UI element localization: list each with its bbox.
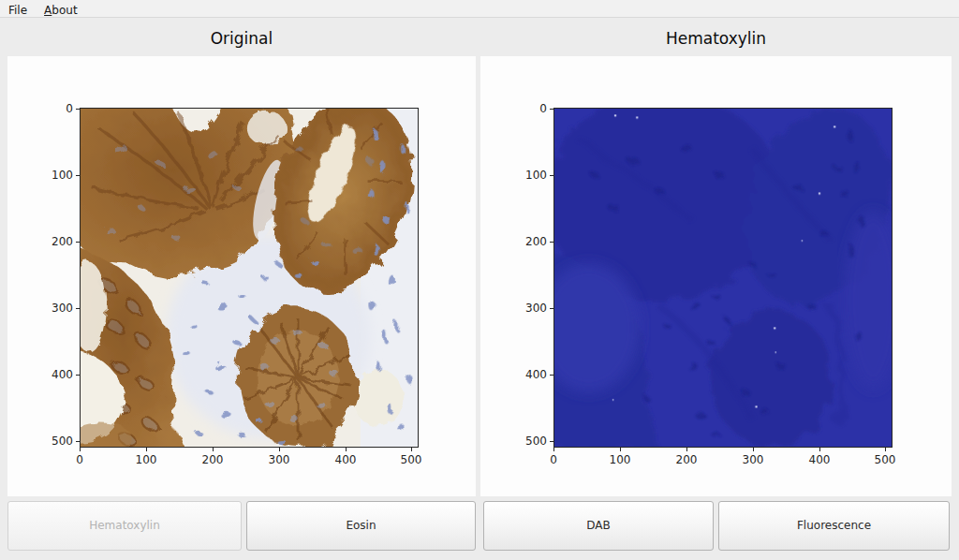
original-plot-axes: 0 100 200 300 400 500 0 100 200 300 400 …	[80, 108, 419, 448]
y-tick-label: 100	[41, 169, 73, 181]
y-tick-label: 400	[41, 369, 73, 380]
x-tick-label: 400	[325, 454, 366, 465]
ihc-original-art	[81, 109, 418, 447]
x-tick-label: 0	[59, 454, 100, 465]
y-tick-label: 500	[41, 435, 73, 447]
x-tick-label: 300	[258, 454, 300, 465]
panel-title-hematoxylin: Hematoxylin	[480, 27, 952, 50]
x-tick-label: 400	[799, 454, 840, 465]
hematoxylin-plot-axes: 0 100 200 300 400 500 0 100 200 300 400 …	[553, 108, 893, 448]
x-tick-label: 0	[533, 454, 574, 465]
y-tick-label: 300	[515, 302, 547, 314]
x-tick-label: 500	[391, 454, 432, 465]
stain-button-hematoxylin[interactable]: Hematoxylin	[7, 501, 242, 551]
y-tick-label: 200	[41, 236, 73, 247]
hematoxylin-channel-image	[553, 108, 893, 448]
x-tick-label: 100	[125, 454, 167, 465]
hematoxylin-art	[554, 109, 892, 447]
y-tick-label: 0	[515, 103, 547, 114]
x-tick-label: 200	[666, 454, 707, 465]
ihc-original-image	[80, 108, 419, 448]
menu-file-label: File	[8, 4, 27, 17]
app-window: FileAbout Original Hematoxylin	[0, 0, 959, 560]
x-tick-label: 500	[864, 454, 906, 465]
hematoxylin-panel: 0 100 200 300 400 500 0 100 200 300 400 …	[480, 56, 952, 496]
x-tick-label: 300	[732, 454, 774, 465]
panel-title-original: Original	[7, 27, 476, 50]
stain-button-fluorescence[interactable]: Fluorescence	[718, 501, 950, 551]
x-tick-label: 200	[192, 454, 233, 465]
menu-item-file[interactable]: File	[0, 1, 36, 18]
y-tick-label: 400	[515, 369, 547, 380]
y-tick-label: 300	[41, 302, 73, 314]
stain-button-dab[interactable]: DAB	[483, 501, 714, 551]
menu-about-rest: bout	[52, 4, 77, 17]
y-tick-label: 200	[515, 236, 547, 247]
x-tick-label: 100	[599, 454, 641, 465]
stain-button-eosin[interactable]: Eosin	[246, 501, 476, 551]
y-tick-label: 100	[515, 169, 547, 181]
y-tick-label: 0	[41, 103, 73, 114]
menu-item-about[interactable]: About	[36, 1, 86, 18]
original-panel: 0 100 200 300 400 500 0 100 200 300 400 …	[7, 56, 476, 496]
menubar: FileAbout	[0, 0, 959, 18]
y-tick-label: 500	[515, 435, 547, 447]
